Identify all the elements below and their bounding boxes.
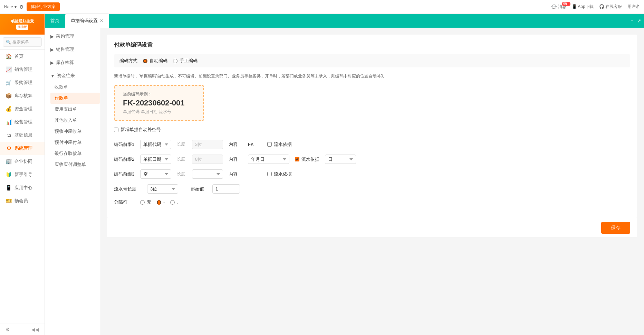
inventory-icon: 📦 [6,93,12,99]
sidebar-item-sales[interactable]: 📈 销售管理 [0,63,45,76]
sub-menu-item-prepay-receivable[interactable]: 预收冲应收单 [50,126,100,137]
sub-menu-item-prepay-payable[interactable]: 预付冲应付单 [50,137,100,148]
prefix2-serial-input[interactable] [295,157,299,161]
separator-none-input[interactable] [140,200,145,205]
prefix1-select[interactable]: 单据代码 单据日期 空 部门 业务员 [140,140,171,149]
prefix-row-3: 编码前缀3 空 单据代码 单据日期 部门 业务员 长度 内容 [114,169,630,179]
separator-dash-input[interactable] [157,200,161,205]
auto-encoding-radio[interactable]: 自动编码 [143,58,167,64]
guide-icon: 🔰 [6,171,12,178]
save-button[interactable]: 保存 [601,222,630,234]
separator-dot[interactable]: . [170,200,178,205]
sub-menu-capital-items: 收款单 付款单 费用支出单 其他收入单 预收冲应收单 预付冲应付单 银行存取款单… [45,82,100,170]
basic-icon: 🗂 [6,132,12,138]
app-download-button[interactable]: 📱 App下载 [572,4,594,10]
separator-none[interactable]: 无 [140,199,151,205]
sidebar-item-member[interactable]: 🎫 畅会员 [0,194,45,207]
prefix2-serial-checkbox[interactable]: 流水依据 [295,156,319,162]
tab-close-icon[interactable]: ✕ [100,18,103,23]
sidebar-label-member: 畅会员 [15,198,28,204]
trial-button[interactable]: 体验行业方案 [27,2,60,11]
sub-menu-header-capital[interactable]: ▼ 资金往来 [45,70,100,82]
main-panel: 付款单编码设置 编码方式 自动编码 手工编码 [100,28,644,335]
sidebar-item-system[interactable]: ⚙ 系统管理 [0,142,45,155]
prefix2-content-label: 内容 [229,156,242,162]
sidebar-search-area: 🔍 搜索菜单 [0,35,45,50]
separator-dot-label: . [177,200,178,205]
system-icon: ⚙ [6,145,12,151]
sub-menu-item-other-income[interactable]: 其他收入单 [50,115,100,126]
message-count-badge: 99+ [562,2,570,6]
auto-fill-checkbox[interactable] [114,128,118,132]
sidebar-label-finance: 资金管理 [15,106,32,112]
sidebar-item-operations[interactable]: 📊 经营管理 [0,115,45,129]
tab-maximize-icon[interactable]: ⤢ [637,18,641,24]
prefix2-label: 编码前缀2 [114,156,135,162]
sidebar-item-guide[interactable]: 🔰 新手引导 [0,168,45,181]
search-menu-button[interactable]: 🔍 搜索菜单 [3,37,42,47]
prefix1-serial-input[interactable] [267,142,272,147]
sub-menu-item-receipt[interactable]: 收款单 [50,82,100,93]
sidebar-item-apps[interactable]: 📱 应用中心 [0,181,45,194]
tab-encoding-label: 单据编码设置 [71,18,98,24]
prefix2-serial-unit-select[interactable]: 日 月 年 [325,155,356,164]
service-icon: 🎧 [599,4,604,9]
tab-encoding[interactable]: 单据编码设置 ✕ [65,14,109,28]
footer-settings-icon[interactable]: ⚙ [6,327,10,332]
sub-menu-header-sales[interactable]: ▶ 销售管理 [45,44,100,55]
sidebar-label-operations: 经营管理 [15,119,32,125]
user-avatar[interactable]: 用户名 [627,4,640,10]
tab-home[interactable]: 首页 [45,14,65,28]
sub-menu-capital: ▼ 资金往来 收款单 付款单 费用支出单 其他收入单 预收冲应收单 预付冲应付单… [45,70,100,170]
breadcrumb-dropdown[interactable]: Nare ▾ [4,4,17,9]
prefix1-serial-checkbox[interactable]: 流水依据 [267,141,292,148]
settings-icon[interactable]: ⚙ [19,4,24,10]
sales-arrow-icon: ▶ [50,47,54,52]
prefix3-serial-input[interactable] [267,172,272,176]
sidebar-logo: 畅捷通好生意 插曲版 [0,14,45,35]
separator-dot-input[interactable] [170,200,175,205]
prefix3-length-select[interactable] [192,169,223,179]
sub-menu-item-expense[interactable]: 费用支出单 [50,104,100,115]
member-icon: 🎫 [6,198,12,204]
prefix1-content-value: FK [248,142,262,147]
prefix2-content-select[interactable]: 年月日 年月 年 [248,155,289,164]
sidebar-item-enterprise[interactable]: 🏢 企业协同 [0,155,45,168]
serial-length-select[interactable]: 3位 4位 5位 [147,184,178,194]
messages-button[interactable]: 💬 消息 99+ [551,4,566,10]
auto-encoding-input[interactable] [143,59,147,63]
prefix2-select[interactable]: 单据日期 单据代码 空 [140,155,171,164]
sub-menu-item-payment[interactable]: 付款单 [50,93,100,104]
footer-collapse-icon[interactable]: ◀◀ [31,327,39,332]
online-service-label: 在线客服 [605,4,622,9]
prefix3-select[interactable]: 空 单据代码 单据日期 部门 业务员 [140,169,171,179]
prefix3-serial-checkbox[interactable]: 流水依据 [267,171,292,177]
sub-menu-item-bank[interactable]: 银行存取款单 [50,148,100,159]
prefix1-label: 编码前缀1 [114,141,135,148]
prefix1-length-select[interactable]: 2位 [192,140,223,149]
sub-menu-header-purchase[interactable]: ▶ 采购管理 [45,30,100,42]
example-box: 当前编码示例： FK-20230602-001 单据代码-单据日期-流水号 [114,85,204,121]
tab-minimize-icon[interactable]: － [629,18,634,24]
apps-icon: 📱 [6,185,12,191]
sidebar-label-home: 首页 [15,53,23,59]
prefix2-serial-label: 流水依据 [301,156,319,162]
sub-menu-header-inventory[interactable]: ▶ 库存核算 [45,57,100,68]
start-value-input[interactable] [212,184,240,194]
home-icon: 🏠 [6,53,12,59]
manual-encoding-input[interactable] [173,59,177,63]
sidebar-item-inventory[interactable]: 📦 库存核算 [0,89,45,102]
prefix2-length-select[interactable]: 8位 [192,155,223,164]
sidebar-item-basic[interactable]: 🗂 基础信息 [0,129,45,142]
separator-dash[interactable]: - [157,200,165,205]
finance-icon: 💰 [6,106,12,112]
sidebar-label-enterprise: 企业协同 [15,158,32,165]
sidebar-item-purchase[interactable]: 🛒 采购管理 [0,76,45,89]
purchase-icon: 🛒 [6,80,12,86]
manual-encoding-radio[interactable]: 手工编码 [173,58,198,64]
sidebar-footer: ⚙ ◀◀ [0,324,45,335]
sidebar-item-finance[interactable]: 💰 资金管理 [0,102,45,115]
sidebar-item-home[interactable]: 🏠 首页 [0,50,45,63]
online-service-button[interactable]: 🎧 在线客服 [599,4,622,10]
sub-menu-item-adjustment[interactable]: 应收应付调整单 [50,159,100,170]
